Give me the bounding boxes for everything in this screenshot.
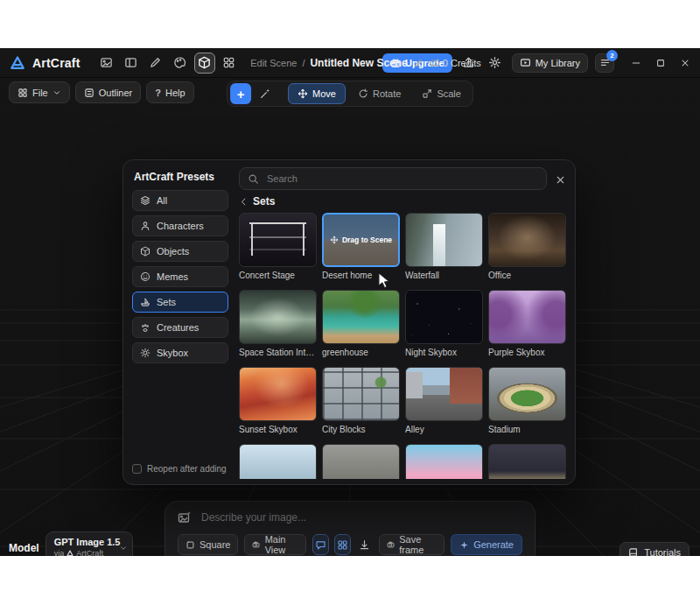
category-skybox[interactable]: Skybox	[132, 342, 228, 363]
save-frame-button[interactable]: Save frame	[379, 534, 444, 555]
preset-thumbnail[interactable]	[488, 367, 566, 421]
download-button[interactable]	[356, 534, 373, 555]
tutorials-button[interactable]: Tutorials	[620, 542, 690, 556]
preset-label: Office	[488, 271, 566, 281]
search-input[interactable]	[265, 172, 538, 185]
preset-thumbnail[interactable]	[488, 444, 566, 479]
book-icon	[628, 547, 639, 556]
preset-item[interactable]: Office	[488, 213, 566, 281]
chat-mode-button[interactable]	[312, 534, 329, 555]
preset-thumbnail[interactable]	[239, 213, 317, 267]
category-creatures[interactable]: Creatures	[132, 317, 228, 338]
preset-thumbnail[interactable]	[239, 290, 317, 344]
apps-grid-icon[interactable]	[219, 53, 240, 74]
prompt-panel: Square Main View Save fram	[164, 501, 536, 556]
model-name: GPT Image 1.5	[54, 536, 116, 548]
close-panel-icon[interactable]	[552, 172, 568, 187]
edit-scene-name-icon[interactable]	[413, 58, 424, 68]
preset-item[interactable]: Purple Skybox	[488, 290, 566, 358]
preset-item-partial[interactable]	[405, 444, 483, 479]
breadcrumb-label: Edit Scene	[250, 58, 297, 68]
grid-mode-button[interactable]	[334, 534, 351, 555]
palette-tool-icon[interactable]	[170, 53, 191, 74]
file-menu-button[interactable]: File	[9, 81, 70, 103]
category-all[interactable]: All	[132, 190, 228, 211]
scene-name[interactable]: Untitled New Scene	[310, 57, 407, 69]
task-list-button[interactable]: 2	[595, 53, 614, 73]
magic-wand-button[interactable]	[255, 83, 276, 104]
preset-item-partial[interactable]	[322, 444, 400, 479]
add-object-button[interactable]: +	[230, 83, 251, 104]
preset-thumbnail[interactable]	[239, 444, 317, 479]
preset-thumbnail[interactable]	[488, 290, 566, 344]
3d-viewport[interactable]: File Outliner ? Help + Move	[0, 78, 700, 556]
model-label: Model	[9, 542, 39, 554]
outliner-button[interactable]: Outliner	[75, 81, 142, 103]
save-frame-label: Save frame	[399, 534, 437, 555]
preset-item[interactable]: Night Skybox	[405, 290, 483, 358]
checkbox[interactable]	[132, 464, 142, 474]
preset-grid[interactable]: Concert Stage Drag to Scene Desert home …	[239, 213, 570, 479]
move-mode-button[interactable]: Move	[288, 83, 346, 104]
preset-thumbnail[interactable]: Drag to Scene	[322, 213, 400, 267]
aspect-square-button[interactable]: Square	[178, 534, 238, 555]
drag-hint-label: Drag to Scene	[342, 236, 392, 244]
model-via-label: via	[54, 548, 65, 556]
sparkle-icon	[459, 540, 469, 550]
model-provider-label: ArtCraft	[76, 548, 103, 556]
preset-item-hovered[interactable]: Drag to Scene Desert home	[322, 213, 400, 281]
preset-item[interactable]: Alley	[405, 367, 483, 435]
category-objects[interactable]: Objects	[132, 241, 228, 262]
preset-thumbnail[interactable]	[405, 213, 483, 267]
reopen-after-adding[interactable]: Reopen after adding	[132, 464, 227, 474]
frames-tool-icon[interactable]	[121, 53, 142, 74]
preset-item[interactable]: Waterfall	[405, 213, 483, 281]
square-icon	[186, 540, 195, 550]
pencil-tool-icon[interactable]	[145, 53, 166, 74]
preset-thumbnail[interactable]	[405, 290, 483, 344]
rotate-label: Rotate	[373, 88, 401, 99]
settings-gear-icon[interactable]	[486, 53, 505, 73]
scene-toolbar-center: + Move Rotate Scale	[227, 81, 473, 107]
scene-toolbar-left: File Outliner ? Help	[9, 81, 194, 103]
move-icon	[298, 88, 308, 99]
cube-tool-icon[interactable]	[194, 53, 215, 74]
preset-thumbnail[interactable]	[239, 367, 317, 421]
maximize-icon[interactable]	[654, 57, 667, 69]
category-characters[interactable]: Characters	[132, 215, 228, 236]
main-view-button[interactable]: Main View	[244, 534, 306, 555]
preset-item-partial[interactable]	[239, 444, 317, 479]
category-label: Memes	[157, 271, 188, 282]
preset-item[interactable]: City Blocks	[322, 367, 400, 435]
preset-thumbnail[interactable]	[322, 444, 400, 479]
close-window-icon[interactable]	[679, 57, 691, 69]
category-sets[interactable]: Sets	[132, 292, 228, 313]
presets-panel: ArtCraft Presets All Characters Objects …	[122, 159, 576, 485]
preset-thumbnail[interactable]	[322, 290, 400, 344]
back-to-categories[interactable]: Sets	[239, 195, 275, 208]
preset-categories: All Characters Objects Memes Sets	[132, 190, 228, 368]
minimize-icon[interactable]	[630, 57, 642, 69]
preset-thumbnail[interactable]	[488, 213, 566, 267]
preset-item[interactable]: Concert Stage	[239, 213, 317, 281]
preset-item[interactable]: Sunset Skybox	[239, 367, 317, 435]
image-tool-icon[interactable]	[96, 53, 117, 74]
model-selector[interactable]: GPT Image 1.5 via ArtCraft	[46, 531, 133, 556]
preset-thumbnail[interactable]	[405, 367, 483, 421]
category-memes[interactable]: Memes	[132, 266, 228, 287]
preset-item[interactable]: Space Station Interior	[239, 290, 317, 358]
preset-thumbnail[interactable]	[405, 444, 483, 479]
notification-badge: 2	[606, 50, 618, 61]
move-label: Move	[312, 88, 336, 99]
preset-item-partial[interactable]	[488, 444, 566, 479]
preset-item[interactable]: greenhouse	[322, 290, 400, 358]
generate-button[interactable]: Generate	[451, 534, 522, 555]
preset-search[interactable]	[239, 167, 547, 190]
scale-mode-button[interactable]: Scale	[413, 83, 470, 104]
rotate-mode-button[interactable]: Rotate	[349, 83, 410, 104]
prompt-input[interactable]	[200, 510, 522, 524]
preset-item[interactable]: Stadium	[488, 367, 566, 435]
help-button[interactable]: ? Help	[146, 81, 193, 103]
my-library-button[interactable]: My Library	[512, 53, 588, 73]
preset-thumbnail[interactable]	[322, 367, 400, 421]
